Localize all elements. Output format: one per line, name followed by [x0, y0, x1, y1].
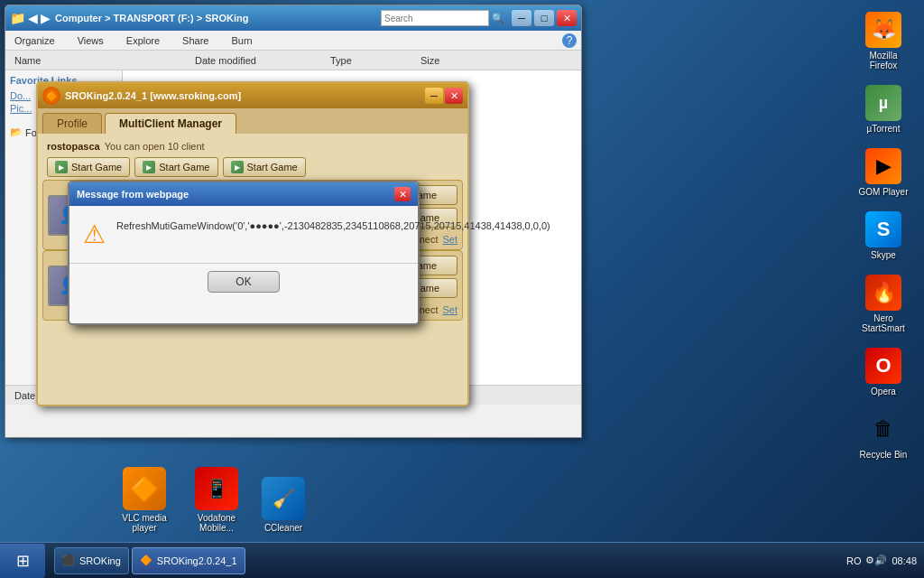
username-label: rostopasca — [47, 141, 100, 152]
dialog-footer: OK — [69, 263, 418, 300]
firefox-icon: 🦊 — [865, 12, 901, 48]
ok-button[interactable]: OK — [208, 271, 279, 293]
skype-desktop-icon[interactable]: S Skype — [852, 209, 915, 263]
explorer-titlebar: 📁 ◀ ▶ Computer > TRANSPORT (F:) > SROKin… — [5, 5, 581, 31]
col-type: Type — [326, 55, 416, 66]
start-button[interactable]: ⊞ — [0, 544, 45, 578]
taskbar-item-sroking2[interactable]: 🔶 SROKing2.0.24_1 — [132, 547, 245, 574]
nero-icon: 🔥 — [865, 275, 901, 311]
skype-label: Skype — [871, 250, 896, 260]
recycle-bin-icon: 🗑 — [865, 411, 901, 447]
gom-label: GOM Player — [858, 187, 908, 197]
taskbar-sroking-label: SROKing — [79, 555, 121, 566]
taskbar: ⊞ ⬛ SROKing 🔶 SROKing2.0.24_1 RO ⚙🔊 08:4… — [0, 542, 924, 578]
set-link-1[interactable]: Set — [442, 234, 457, 245]
ccleaner-label: CCleaner — [264, 523, 302, 533]
ccleaner-desktop-icon[interactable]: 🧹 CCleaner — [262, 477, 305, 533]
nero-label: Nero StartSmart — [855, 313, 912, 333]
nero-desktop-icon[interactable]: 🔥 Nero StartSmart — [852, 272, 915, 336]
set-link-2[interactable]: Set — [442, 304, 457, 315]
dialog-message-text: RefreshMutiGameWindow('0','●●●●●',-21304… — [116, 219, 550, 233]
desktop-icons-right: 🦊 Mozilla Firefox µ µTorrent ▶ GOM Playe… — [852, 9, 915, 462]
windows-logo-icon: ⊞ — [16, 551, 30, 571]
menu-share[interactable]: Share — [178, 33, 213, 48]
start-icon-2: ▶ — [143, 161, 155, 173]
sroking-close-button[interactable]: ✕ — [445, 88, 463, 104]
help-icon[interactable]: ? — [562, 33, 577, 48]
vodafone-desktop-icon[interactable]: 📱 Vodafone Mobile... — [189, 467, 244, 533]
menu-organize[interactable]: Organize — [10, 33, 60, 48]
start-game-btn-2[interactable]: ▶ Start Game — [134, 157, 217, 177]
tray-icons: ⚙🔊 — [865, 555, 887, 566]
sroking-window-controls: ─ ✕ — [423, 88, 463, 104]
taskbar-tray: RO ⚙🔊 08:48 — [839, 555, 924, 566]
gom-player-icon: ▶ — [865, 148, 901, 184]
opera-label: Opera — [871, 387, 896, 396]
top-start-game-row: ▶ Start Game ▶ Start Game ▶ Start Game — [42, 154, 463, 180]
taskbar-sroking2-label: SROKing2.0.24_1 — [157, 555, 237, 566]
gom-desktop-icon[interactable]: ▶ GOM Player — [852, 145, 915, 200]
minimize-button[interactable]: ─ — [512, 10, 531, 26]
col-size: Size — [416, 55, 488, 66]
client-count-info: You can open 10 client — [105, 141, 205, 152]
start-game-btn-3[interactable]: ▶ Start Game — [223, 157, 306, 177]
dialog-close-button[interactable]: ✕ — [394, 187, 411, 201]
taskbar-items: ⬛ SROKing 🔶 SROKing2.0.24_1 — [50, 547, 839, 574]
taskbar-desktop-icons: 🔶 VLC media player 📱 Vodafone Mobile... … — [117, 467, 305, 533]
sroking-tabs: Profile MultiClient Manager — [38, 108, 467, 134]
search-input[interactable] — [381, 10, 489, 26]
dialog-titlebar: Message from webpage ✕ — [69, 182, 418, 206]
warning-icon: ⚠ — [83, 219, 106, 249]
tab-profile[interactable]: Profile — [42, 113, 102, 134]
sroking-minimize-button[interactable]: ─ — [425, 88, 443, 104]
recycle-desktop-icon[interactable]: 🗑 Recycle Bin — [852, 408, 915, 462]
tray-time: 08:48 — [892, 555, 917, 566]
vlc-label: VLC media player — [117, 513, 171, 533]
ccleaner-icon: 🧹 — [262, 477, 305, 520]
recycle-label: Recycle Bin — [860, 450, 908, 460]
sroking-title: 🔶 SROKing2.0.24_1 [www.sroking.com] — [42, 87, 423, 105]
menu-views[interactable]: Views — [73, 33, 108, 48]
vodafone-icon: 📱 — [195, 467, 238, 510]
tab-multiclient[interactable]: MultiClient Manager — [105, 113, 236, 134]
column-headers: Name Date modified Type Size — [5, 51, 581, 70]
search-icon[interactable]: 🔍 — [492, 13, 504, 24]
utorrent-desktop-icon[interactable]: µ µTorrent — [852, 82, 915, 136]
window-controls: ─ □ ✕ — [512, 10, 577, 26]
message-dialog: Message from webpage ✕ ⚠ RefreshMutiGame… — [68, 181, 420, 325]
start-icon-1: ▶ — [55, 161, 68, 173]
col-date: Date modified — [190, 55, 326, 66]
sroking-logo-icon: 🔶 — [42, 87, 60, 105]
menu-burn[interactable]: Burn — [226, 33, 256, 48]
start-icon-3: ▶ — [231, 161, 244, 173]
vlc-icon: 🔶 — [123, 467, 166, 510]
col-name: Name — [10, 55, 190, 66]
vlc-desktop-icon[interactable]: 🔶 VLC media player — [117, 467, 171, 533]
dialog-title: Message from webpage — [77, 189, 394, 200]
menu-explore[interactable]: Explore — [122, 33, 164, 48]
explorer-back-btn[interactable]: ◀ — [28, 11, 38, 25]
folder-icon: 📂 — [10, 126, 23, 138]
tray-language: RO — [846, 555, 862, 566]
utorrent-label: µTorrent — [867, 124, 901, 134]
taskbar-sroking-icon: ⬛ — [62, 555, 75, 566]
start-game-btn-1[interactable]: ▶ Start Game — [47, 157, 130, 177]
vodafone-label: Vodafone Mobile... — [189, 513, 244, 533]
dialog-body: ⚠ RefreshMutiGameWindow('0','●●●●●',-213… — [69, 206, 418, 263]
opera-desktop-icon[interactable]: O Opera — [852, 345, 915, 399]
skype-icon: S — [865, 211, 901, 247]
desktop: 📁 ◀ ▶ Computer > TRANSPORT (F:) > SROKin… — [0, 0, 924, 578]
explorer-menubar: Organize Views Explore Share Burn ? — [5, 31, 581, 51]
taskbar-item-sroking[interactable]: ⬛ SROKing — [54, 547, 129, 574]
firefox-label: Mozilla Firefox — [855, 51, 912, 70]
maximize-button[interactable]: □ — [534, 10, 554, 26]
taskbar-sroking2-icon: 🔶 — [140, 555, 152, 566]
user-row: rostopasca You can open 10 client — [42, 138, 463, 154]
firefox-desktop-icon[interactable]: 🦊 Mozilla Firefox — [852, 9, 915, 73]
sroking-titlebar: 🔶 SROKing2.0.24_1 [www.sroking.com] ─ ✕ — [38, 83, 467, 108]
explorer-address-breadcrumb: Computer > TRANSPORT (F:) > SROKing — [55, 13, 381, 23]
opera-icon: O — [865, 348, 901, 384]
utorrent-icon: µ — [865, 85, 901, 121]
close-button[interactable]: ✕ — [557, 10, 577, 26]
explorer-forward-btn[interactable]: ▶ — [41, 11, 51, 25]
